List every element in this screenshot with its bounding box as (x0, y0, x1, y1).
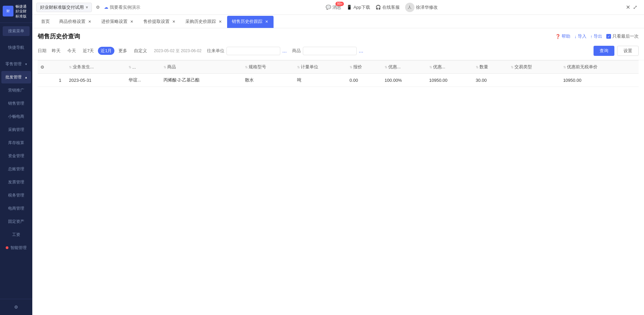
messages-button[interactable]: 💬 消息 99+ (326, 4, 341, 10)
product-input[interactable] (303, 47, 357, 55)
tab-purchase-history[interactable]: 采购历史价跟踪 ✕ (181, 16, 227, 28)
export-button[interactable]: ↑ 导出 (591, 33, 603, 39)
import-button[interactable]: ↓ 导入 (574, 33, 586, 39)
from-unit-label: 往来单位 (207, 48, 224, 54)
date-option-last1m[interactable]: 近1月 (98, 47, 114, 55)
col-config[interactable]: ⚙ (38, 61, 56, 74)
date-option-more[interactable]: 更多 (116, 47, 130, 55)
sidebar-item-wholesale[interactable]: 批发管理 ▴ (1, 71, 31, 83)
cell-no: 1 (56, 74, 66, 87)
sort-icon-spec: ⇅ (245, 65, 248, 69)
from-unit-input[interactable] (226, 47, 280, 55)
col-business-date[interactable]: ⇅ 业务发生... (66, 61, 126, 74)
message-icon: 💬 (326, 5, 331, 10)
sort-icon-pretax: ⇅ (563, 65, 566, 69)
chevron-icon: ▴ (25, 75, 27, 79)
sidebar-item-marketing[interactable]: 营销推广 (1, 84, 31, 97)
sidebar-item-capital[interactable]: 资金管理 (1, 150, 31, 162)
tab-sale-extract[interactable]: 售价提取设置 ✕ (139, 16, 181, 28)
sidebar-search-area: 搜索菜单 (0, 23, 32, 39)
user-menu[interactable]: 人 徐泽华修改 (405, 3, 438, 12)
topbar-right-area: 💬 消息 99+ 📱 App下载 🎧 在线客服 人 徐泽华修改 (326, 3, 437, 12)
settings-button[interactable]: 设置 (617, 46, 639, 56)
tab-close-sale-history[interactable]: ✕ (264, 20, 269, 24)
from-unit-dots-button[interactable]: ... (282, 48, 287, 54)
smart-dot-indicator (6, 246, 8, 249)
export-icon: ↑ (591, 34, 593, 39)
col-pretax-price[interactable]: ⇅ 优惠前无税单价 (561, 61, 639, 74)
col-discount2[interactable]: ⇅ 优惠... (427, 61, 473, 74)
topbar-settings-button[interactable]: ⚙ (95, 3, 101, 11)
only-last-checkbox[interactable]: ✓ 只看最后一次 (606, 33, 639, 39)
col-price[interactable]: ⇅ 报价 (347, 61, 382, 74)
sidebar-item-tax[interactable]: 税务管理 (1, 189, 31, 202)
date-option-today[interactable]: 今天 (65, 47, 79, 55)
import-icon: ↓ (574, 34, 577, 39)
tab-product-price[interactable]: 商品价格设置 ✕ (55, 16, 97, 28)
online-service-button[interactable]: 🎧 在线客服 (375, 4, 400, 10)
chevron-icon: ▾ (25, 62, 27, 66)
sort-icon-price: ⇅ (350, 65, 352, 69)
cell-tx-type (508, 74, 560, 87)
tab-purchase-strategy[interactable]: 进价策略设置 ✕ (97, 16, 139, 28)
date-option-custom[interactable]: 自定义 (131, 47, 150, 55)
col-discount1[interactable]: ⇅ 优惠... (382, 61, 427, 74)
sidebar-item-retail[interactable]: 零售管理 ▾ (1, 58, 31, 70)
search-menu-button[interactable]: 搜索菜单 (3, 26, 30, 36)
tab-close-purchase-strategy[interactable]: ✕ (130, 20, 134, 24)
sidebar-item-smart[interactable]: 智能管理 (1, 242, 31, 254)
product-dots-button[interactable]: ... (359, 48, 363, 54)
sidebar-item-quick-nav[interactable]: 快捷导航 (4, 41, 28, 54)
table-header: ⚙ ⇅ 业务发生... ⇅ ... (38, 61, 639, 74)
download-icon: 📱 (347, 5, 352, 10)
edition-selector[interactable]: 好业财标准版交付试用 ▾ (36, 3, 92, 12)
headset-icon: 🎧 (375, 5, 381, 10)
sidebar-logo: 财 畅捷通好业财标准版 (0, 0, 32, 23)
sidebar-item-purchase[interactable]: 采购管理 (1, 124, 31, 136)
col-qty[interactable]: ⇅ 数量 (473, 61, 508, 74)
page-content: 销售历史价查询 ❓ 帮助 ↓ 导入 ↑ 导出 ✓ 只看最后一次 (32, 28, 644, 315)
sidebar-item-ecommerce[interactable]: 电商管理 (1, 202, 31, 215)
sidebar-item-invoice[interactable]: 发票管理 (1, 176, 31, 188)
sidebar-item-payroll[interactable]: 工资 (1, 229, 31, 241)
tab-sale-history[interactable]: 销售历史价跟踪 ✕ (227, 16, 274, 28)
tab-home[interactable]: 首页 (36, 16, 55, 28)
date-option-yesterday[interactable]: 昨天 (49, 47, 63, 55)
page-title: 销售历史价查询 (38, 32, 80, 40)
sort-icon-discount1: ⇅ (385, 65, 387, 69)
cell-spec: 散水 (242, 74, 294, 87)
sidebar-item-fixed-assets[interactable]: 固定资产 (1, 215, 31, 228)
tabbar: 首页 商品价格设置 ✕ 进价策略设置 ✕ 售价提取设置 ✕ 采购历史价跟踪 ✕ … (32, 15, 644, 28)
app-download-button[interactable]: 📱 App下载 (347, 4, 370, 10)
col-unit[interactable]: ⇅ 计量单位 (294, 61, 347, 74)
help-icon: ❓ (555, 34, 561, 39)
sidebar-settings-button[interactable]: ⚙ (1, 302, 31, 312)
sidebar-bottom: ⚙ (0, 299, 32, 315)
demo-link[interactable]: ☁ 我要看实例演示 (104, 4, 140, 10)
tab-close-sale-extract[interactable]: ✕ (172, 20, 176, 24)
col-tx-type[interactable]: ⇅ 交易类型 (508, 61, 560, 74)
date-option-last7[interactable]: 近7天 (80, 47, 97, 55)
col-product[interactable]: ⇅ 商品 (161, 61, 242, 74)
sidebar-item-inventory[interactable]: 库存核算 (1, 137, 31, 149)
help-button[interactable]: ❓ 帮助 (555, 33, 570, 39)
col-spec[interactable]: ⇅ 规格型号 (242, 61, 294, 74)
data-table: ⚙ ⇅ 业务发生... ⇅ ... (38, 60, 639, 87)
sort-icon-tx-type: ⇅ (511, 65, 513, 69)
app-logo-icon: 财 (3, 6, 13, 16)
sort-icon-qty: ⇅ (476, 65, 478, 69)
tab-close-purchase-history[interactable]: ✕ (218, 20, 222, 24)
cell-unit: 吨 (294, 74, 347, 87)
maximize-window-button[interactable]: ⤢ (633, 4, 637, 10)
col-more[interactable]: ⇅ ... (126, 61, 161, 74)
sidebar-item-sales[interactable]: 销售管理 (1, 97, 31, 110)
tab-close-product-price[interactable]: ✕ (87, 20, 92, 24)
cell-qty: 30.00 (473, 74, 508, 87)
sidebar-item-ledger[interactable]: 总账管理 (1, 163, 31, 175)
query-button[interactable]: 查询 (594, 46, 614, 56)
config-icon: ⚙ (40, 65, 44, 70)
table-body: 1 2023-05-31 华谊... 丙烯酸-2-乙基己酯 散水 吨 0.00 … (38, 74, 639, 87)
sort-icon-discount2: ⇅ (429, 65, 432, 69)
close-window-button[interactable]: ✕ (626, 4, 630, 10)
sidebar-item-ecommerce-small[interactable]: 小畅电商 (1, 110, 31, 123)
